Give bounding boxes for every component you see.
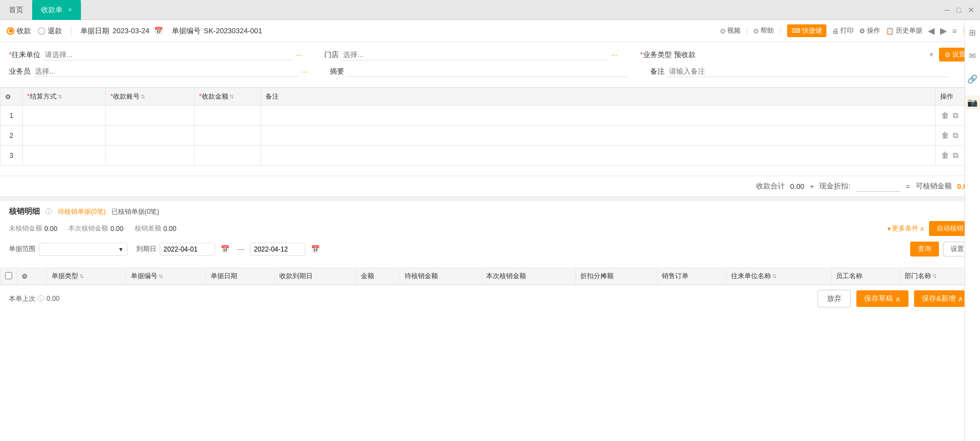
- print-link[interactable]: 🖨 打印: [832, 26, 854, 35]
- salesperson-more-icon[interactable]: ···: [301, 67, 308, 76]
- more-conditions-btn[interactable]: ▾ 更多条件 ∧: [887, 221, 925, 236]
- row-3-remark[interactable]: [261, 146, 936, 166]
- detail-table-area: ⚙ 单据类型⇅ 单据编号⇅ 单据日期 收款到期日 金额 待核销金额 本次核销金额…: [0, 268, 980, 285]
- maximize-btn[interactable]: □: [956, 4, 962, 16]
- shortcut-btn[interactable]: ⌨ 快捷键: [787, 24, 826, 37]
- salesperson-field: 业务员 ···: [9, 66, 308, 77]
- voucher-chevron-icon: ▾: [119, 245, 122, 253]
- done-tab[interactable]: 已核销单据(0笔): [111, 207, 160, 217]
- counterpart-input[interactable]: [43, 49, 293, 60]
- row-2-delete-btn[interactable]: 🗑: [940, 130, 950, 141]
- date-to-input[interactable]: [250, 243, 305, 256]
- row-1-account[interactable]: [106, 106, 195, 126]
- available-label: 可核销金额: [916, 181, 952, 191]
- row-2-copy-btn[interactable]: ⧉: [952, 130, 959, 141]
- tab-bar: 首页 收款单 × ─ □ ✕: [0, 0, 980, 20]
- row-1-settlement[interactable]: [23, 106, 106, 126]
- info-circle-icon[interactable]: ⓘ: [38, 294, 44, 304]
- detail-table: ⚙ 单据类型⇅ 单据编号⇅ 单据日期 收款到期日 金额 待核销金额 本次核销金额…: [0, 268, 980, 285]
- video-link[interactable]: ⊙ 视频: [720, 26, 741, 35]
- th-amount: 金额: [356, 268, 400, 285]
- th-counterpart-name: 往来单位名称⇅: [726, 268, 831, 285]
- discount-label: 现金折扣:: [819, 181, 850, 191]
- voucher-range-label: 单据范围: [9, 244, 35, 254]
- row-3-delete-btn[interactable]: 🗑: [940, 150, 950, 161]
- store-input[interactable]: [341, 49, 608, 60]
- date-from-input[interactable]: [160, 243, 215, 256]
- row-2-remark[interactable]: [261, 126, 936, 146]
- tab-receipt[interactable]: 收款单 ×: [32, 0, 81, 20]
- row-3-account[interactable]: [106, 146, 195, 166]
- receipt-label: 收款: [17, 26, 31, 36]
- btype-value: 预收款: [674, 50, 930, 60]
- row-2-amount[interactable]: [195, 126, 261, 146]
- th-gear-detail[interactable]: ⚙: [17, 268, 47, 285]
- btype-chevron-icon[interactable]: ▾: [930, 50, 933, 59]
- items-table: ⚙ *结算方式⇅ *收款账号⇅ *收款金额⇅ 备注 操作: [0, 88, 980, 166]
- calendar-from-icon[interactable]: 📅: [221, 245, 229, 253]
- th-checkbox[interactable]: [1, 268, 17, 285]
- sidebar-camera-icon[interactable]: 📷: [965, 95, 980, 110]
- total-label: 收款合计: [756, 181, 785, 191]
- row-1-delete-btn[interactable]: 🗑: [940, 110, 950, 121]
- row-1-remark[interactable]: [261, 106, 936, 126]
- sidebar-mail-icon[interactable]: ✉: [967, 49, 978, 63]
- th-staff-name: 员工名称: [831, 268, 900, 285]
- query-btn[interactable]: 查询: [910, 242, 939, 257]
- pending-tab[interactable]: 待核销单据(0笔): [58, 207, 106, 217]
- store-field: 门店 ···: [324, 49, 617, 60]
- row-3-settlement[interactable]: [23, 146, 106, 166]
- salesperson-label: 业务员: [9, 66, 30, 76]
- save-draft-chevron-icon: ∧: [895, 295, 901, 303]
- list-view-btn[interactable]: ≡: [952, 27, 957, 35]
- operation-link[interactable]: ⚙ 操作: [859, 26, 880, 35]
- tab-close-icon[interactable]: ×: [68, 6, 72, 14]
- current-label: 本单上次: [9, 294, 35, 304]
- close-btn[interactable]: ✕: [967, 4, 976, 16]
- business-type-field: * 业务类型 预收款 ▾: [640, 50, 933, 60]
- row-1-amount[interactable]: [195, 106, 261, 126]
- date-calendar-icon[interactable]: 📅: [154, 27, 163, 35]
- footer-info: 本单上次 ⓘ 0.00: [9, 294, 59, 304]
- calendar-to-icon[interactable]: 📅: [311, 245, 320, 253]
- row-3-amount[interactable]: [195, 146, 261, 166]
- writeoff-stats: 未核销金额 0.00 本次核销金额 0.00 核销差额 0.00 ▾ 更多条件 …: [9, 221, 971, 236]
- select-all-checkbox[interactable]: [5, 272, 12, 279]
- receipt-radio[interactable]: 收款: [7, 26, 31, 36]
- discard-btn[interactable]: 放弃: [818, 290, 851, 307]
- discount-input[interactable]: [856, 181, 900, 192]
- counterpart-field: * 往来单位 ···: [9, 49, 302, 60]
- save-new-btn[interactable]: 保存&新增 ∧: [914, 290, 971, 307]
- counterpart-more-icon[interactable]: ···: [296, 50, 303, 59]
- tab-home[interactable]: 首页: [0, 0, 32, 20]
- gear-icon: ⚙: [945, 51, 951, 59]
- save-draft-btn[interactable]: 保存草稿 ∧: [856, 290, 908, 307]
- th-amount: *收款金额⇅: [195, 88, 261, 106]
- sidebar-table-icon[interactable]: ⊞: [967, 25, 978, 40]
- date-range-dash: —: [237, 245, 244, 253]
- store-more-icon[interactable]: ···: [611, 50, 618, 59]
- refund-radio[interactable]: 退款: [38, 26, 62, 36]
- row-1-num: 1: [1, 106, 23, 126]
- this-time-value: 0.00: [110, 225, 123, 233]
- row-2-account[interactable]: [106, 126, 195, 146]
- next-btn[interactable]: ▶: [940, 25, 947, 36]
- row-3-copy-btn[interactable]: ⧉: [952, 150, 959, 161]
- th-gear[interactable]: ⚙: [1, 88, 23, 106]
- table-row: 1 🗑 ⧉: [1, 106, 980, 126]
- prev-btn[interactable]: ◀: [928, 25, 935, 36]
- help-link[interactable]: ⊙ 帮助: [753, 26, 774, 35]
- sidebar-link-icon[interactable]: 🔗: [965, 72, 980, 86]
- row-2-settlement[interactable]: [23, 126, 106, 146]
- th-doc-number: 单据编号⇅: [126, 268, 206, 285]
- th-sales-order: 销售订单: [657, 268, 726, 285]
- row-1-copy-btn[interactable]: ⧉: [952, 110, 959, 121]
- minimize-btn[interactable]: ─: [943, 4, 951, 16]
- info-icon[interactable]: ⓘ: [45, 207, 52, 217]
- history-link[interactable]: 📋 历史单据: [886, 26, 922, 35]
- writeoff-section: 核销明细 ⓘ 待核销单据(0笔) 已核销单据(0笔) 未核销金额 0.00 本次…: [0, 201, 980, 268]
- salesperson-input[interactable]: [33, 66, 298, 77]
- remark-input[interactable]: [667, 66, 949, 77]
- voucher-range-select[interactable]: ▾: [39, 243, 127, 256]
- summary-input[interactable]: [346, 66, 629, 77]
